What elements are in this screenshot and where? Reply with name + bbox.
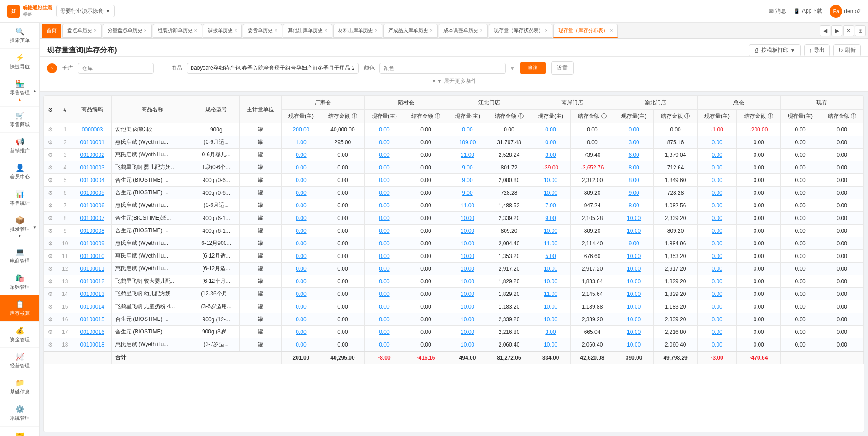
row-code[interactable]: 00100002	[73, 149, 111, 161]
row-na-stock[interactable]: 10.00	[531, 338, 571, 352]
row-na-stock[interactable]: 3.00	[531, 149, 571, 161]
expand-conditions-btn[interactable]: ▼▼ 展开更多条件	[47, 75, 861, 87]
row-tot-stock[interactable]: 0.00	[697, 300, 737, 313]
row-tot-stock[interactable]: 0.00	[697, 313, 737, 326]
sidebar-item-operation[interactable]: 📈 经营管理	[0, 348, 39, 374]
row-na-stock[interactable]: 7.00	[531, 199, 571, 212]
row-gear[interactable]: ⚙	[44, 263, 57, 275]
row-fac-stock[interactable]: 0.00	[281, 275, 321, 288]
tab-requisition-close[interactable]: ×	[274, 28, 277, 33]
sidebar-item-collab[interactable]: 🤝 企业协同	[0, 427, 39, 436]
row-yb-stock[interactable]: 9.00	[614, 187, 654, 199]
row-sha-stock[interactable]: 0.00	[364, 326, 404, 338]
row-fac-stock[interactable]: 0.00	[281, 326, 321, 338]
tab-stockdist[interactable]: 现存量（库存分布表） ×	[553, 24, 618, 38]
row-sha-stock[interactable]: 0.00	[364, 300, 404, 313]
row-yb-stock[interactable]: 10.00	[614, 300, 654, 313]
row-gear[interactable]: ⚙	[44, 199, 57, 212]
row-code[interactable]: 00100008	[73, 225, 111, 237]
row-sha-stock[interactable]: 0.00	[364, 136, 404, 149]
tab-nav-close-all[interactable]: ✕	[843, 25, 854, 36]
sidebar-item-purchase[interactable]: 🛍️ 采购管理	[0, 269, 39, 295]
row-sha-stock[interactable]: 0.00	[364, 313, 404, 326]
row-sha-stock[interactable]: 0.00	[364, 225, 404, 237]
row-yb-stock[interactable]: 10.00	[614, 275, 654, 288]
row-tot-stock[interactable]: 0.00	[697, 338, 737, 352]
row-sha-stock[interactable]: 0.00	[364, 149, 404, 161]
row-na-stock[interactable]: 10.00	[531, 313, 571, 326]
tab-nav-more[interactable]: ⊞	[855, 25, 866, 36]
row-gear[interactable]: ⚙	[44, 338, 57, 352]
row-sha-stock[interactable]: 0.00	[364, 161, 404, 174]
row-gear[interactable]: ⚙	[44, 161, 57, 174]
row-sha-stock[interactable]: 0.00	[364, 250, 404, 263]
row-code[interactable]: 00100006	[73, 199, 111, 212]
row-na-stock[interactable]: 10.00	[531, 300, 571, 313]
tab-assemble[interactable]: 组装拆卸单历史 ×	[153, 24, 202, 38]
row-gear[interactable]: ⚙	[44, 174, 57, 187]
row-jb-stock[interactable]: 10.00	[448, 275, 487, 288]
row-tot-stock[interactable]: 0.00	[697, 149, 737, 161]
row-sha-stock[interactable]: 0.00	[364, 212, 404, 225]
row-tot-stock[interactable]: 0.00	[697, 187, 737, 199]
tab-transfer-close[interactable]: ×	[235, 28, 237, 33]
row-fac-stock[interactable]: 0.00	[281, 300, 321, 313]
row-sha-stock[interactable]: 0.00	[364, 275, 404, 288]
sidebar-item-retail[interactable]: 🏪 零售管理 ▲	[0, 75, 39, 107]
row-sha-stock[interactable]: 0.00	[364, 199, 404, 212]
tab-productin-close[interactable]: ×	[430, 28, 433, 33]
row-code[interactable]: 00100011	[73, 263, 111, 275]
row-tot-stock[interactable]: 0.00	[697, 288, 737, 300]
row-gear[interactable]: ⚙	[44, 225, 57, 237]
row-code[interactable]: 0000003	[73, 123, 111, 136]
row-code[interactable]: 00100015	[73, 313, 111, 326]
row-na-stock[interactable]: 0.00	[531, 123, 571, 136]
sidebar-item-member[interactable]: 👤 会员中心	[0, 159, 39, 185]
row-na-stock[interactable]: 10.00	[531, 174, 571, 187]
row-jb-stock[interactable]: 10.00	[448, 338, 487, 352]
row-code[interactable]: 00100001	[73, 136, 111, 149]
tab-stockdist-close[interactable]: ×	[610, 28, 613, 33]
row-na-stock[interactable]: 11.00	[531, 237, 571, 250]
row-gear[interactable]: ⚙	[44, 300, 57, 313]
row-fac-stock[interactable]: 0.00	[281, 212, 321, 225]
row-fac-stock[interactable]: 0.00	[281, 338, 321, 352]
row-code[interactable]: 00100018	[73, 338, 111, 352]
row-tot-stock[interactable]: 0.00	[697, 263, 737, 275]
row-jb-stock[interactable]: 10.00	[448, 300, 487, 313]
tab-assemble-close[interactable]: ×	[194, 28, 197, 33]
row-jb-stock[interactable]: 9.00	[448, 174, 487, 187]
row-yb-stock[interactable]: 8.00	[614, 199, 654, 212]
row-na-stock[interactable]: 5.00	[531, 250, 571, 263]
tab-otherout-close[interactable]: ×	[325, 28, 327, 33]
row-jb-stock[interactable]: 10.00	[448, 288, 487, 300]
row-code[interactable]: 00100004	[73, 174, 111, 187]
row-jb-stock[interactable]: 10.00	[448, 237, 487, 250]
warehouse-input[interactable]	[78, 63, 154, 74]
tab-materialout[interactable]: 材料出库单历史 ×	[333, 24, 382, 38]
row-fac-stock[interactable]: 0.00	[281, 187, 321, 199]
export-btn[interactable]: ↑ 导出	[804, 44, 830, 56]
tab-costadj[interactable]: 成本调整单历史 ×	[439, 24, 488, 38]
tab-splitstock[interactable]: 分量盘点单历史 ×	[103, 24, 152, 38]
settings-btn[interactable]: 设置	[551, 61, 574, 75]
tab-transfer[interactable]: 调拨单历史 ×	[203, 24, 242, 38]
row-fac-stock[interactable]: 0.00	[281, 250, 321, 263]
store-select[interactable]: 母婴行业演示陈套 ▼	[56, 5, 115, 17]
row-fac-stock[interactable]: 1.00	[281, 136, 321, 149]
color-input[interactable]	[379, 63, 506, 74]
tab-home[interactable]: 首页	[42, 24, 61, 38]
row-yb-stock[interactable]: 6.00	[614, 149, 654, 161]
row-na-stock[interactable]: 9.00	[531, 212, 571, 225]
row-tot-stock[interactable]: 0.00	[697, 275, 737, 288]
row-fac-stock[interactable]: 0.00	[281, 263, 321, 275]
row-na-stock[interactable]: 11.00	[531, 288, 571, 300]
row-sha-stock[interactable]: 0.00	[364, 288, 404, 300]
row-yb-stock[interactable]: 10.00	[614, 212, 654, 225]
tab-requisition[interactable]: 要货单历史 ×	[243, 24, 282, 38]
row-jb-stock[interactable]: 0.00	[448, 123, 487, 136]
row-yb-stock[interactable]: 10.00	[614, 326, 654, 338]
row-jb-stock[interactable]: 9.00	[448, 161, 487, 174]
col-gear[interactable]: ⚙	[44, 96, 57, 123]
row-yb-stock[interactable]: 10.00	[614, 313, 654, 326]
